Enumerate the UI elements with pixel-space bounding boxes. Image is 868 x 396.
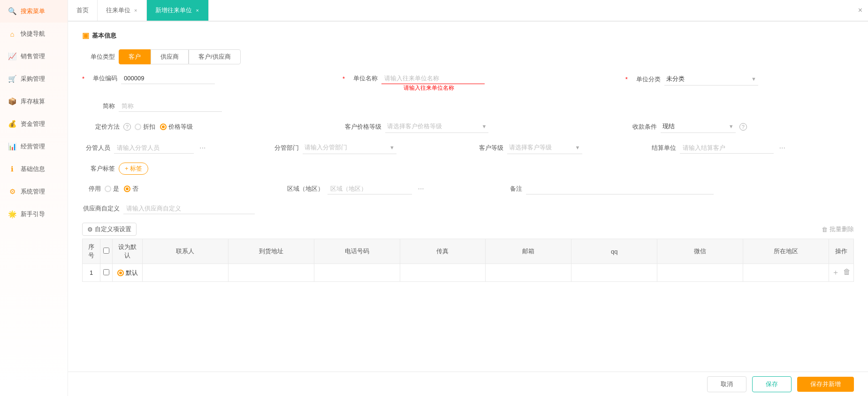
cell-action: ＋ 🗑 <box>829 264 853 282</box>
cell-fax[interactable] <box>400 264 486 282</box>
tab-new-partner[interactable]: 新增往来单位 × <box>147 0 208 21</box>
code-required: * <box>82 75 84 82</box>
customer-price-select[interactable]: 请选择客户价格等级 ▼ <box>385 120 488 133</box>
supplier-custom-input[interactable] <box>123 203 255 214</box>
qq-input[interactable] <box>574 267 654 278</box>
unit-name-input[interactable] <box>381 73 485 84</box>
short-name-input[interactable] <box>119 101 222 112</box>
wechat-input[interactable] <box>660 267 740 278</box>
col-default: 设为默认 <box>113 239 143 264</box>
disabled-radio-group: 是 否 <box>105 185 138 193</box>
cell-phone[interactable] <box>314 264 400 282</box>
address-input[interactable] <box>231 267 311 278</box>
sidebar-item-operation[interactable]: 📊 经营管理 <box>0 135 68 158</box>
settlement-unit-input[interactable] <box>680 142 774 154</box>
operation-icon: 📊 <box>8 142 17 151</box>
custom-settings-button[interactable]: ⚙ 自定义项设置 <box>82 223 137 236</box>
sidebar-item-finance[interactable]: 💰 资金管理 <box>0 113 68 135</box>
cell-contact[interactable] <box>142 264 228 282</box>
sidebar-label-finance: 资金管理 <box>21 120 45 128</box>
region-input[interactable] <box>327 183 412 194</box>
tab-home[interactable]: 首页 <box>68 0 98 21</box>
cell-qq[interactable] <box>571 264 657 282</box>
fax-input[interactable] <box>403 267 483 278</box>
cell-address[interactable] <box>228 264 314 282</box>
close-all-tabs[interactable]: × <box>853 0 868 21</box>
save-button[interactable]: 保存 <box>752 376 792 392</box>
category-required: * <box>625 76 628 83</box>
pricing-help-icon[interactable]: ? <box>123 123 131 131</box>
unit-type-supplier[interactable]: 供应商 <box>151 49 189 64</box>
col-email: 邮箱 <box>486 239 571 264</box>
tab-partner[interactable]: 往来单位 × <box>98 0 147 21</box>
cell-wechat[interactable] <box>657 264 743 282</box>
add-row-btn[interactable]: ＋ <box>832 268 839 278</box>
tab-partner-close[interactable]: × <box>133 7 138 14</box>
sidebar-item-nav[interactable]: ⌂ 快捷导航 <box>0 23 68 45</box>
bulk-delete-button[interactable]: 🗑 批量删除 <box>822 225 854 233</box>
customer-level-select[interactable]: 请选择客户等级 ▼ <box>507 141 582 154</box>
customer-price-label: 客户价格等级 <box>344 123 381 131</box>
default-radio[interactable] <box>117 270 124 276</box>
sidebar-item-purchase[interactable]: 🛒 采购管理 <box>0 68 68 90</box>
unit-type-customer[interactable]: 客户 <box>119 49 151 64</box>
disabled-option-yes: 是 <box>113 185 119 193</box>
sidebar-label-sales: 销售管理 <box>21 52 45 61</box>
tag-btn-label: + 标签 <box>125 164 142 173</box>
unit-type-both[interactable]: 客户/供应商 <box>189 49 241 64</box>
select-all-checkbox[interactable] <box>103 248 109 254</box>
unit-code-input[interactable] <box>121 73 215 84</box>
manager-input[interactable] <box>114 142 194 154</box>
search-icon: 🔍 <box>8 7 17 16</box>
payment-help-icon[interactable]: ? <box>739 123 747 131</box>
region-more[interactable]: ··· <box>416 185 426 193</box>
row-region-input[interactable] <box>746 267 826 278</box>
supplier-custom-field: 供应商自定义 <box>82 203 854 214</box>
row-checkbox[interactable] <box>103 269 109 275</box>
unit-category-select[interactable]: 未分类 ▼ <box>664 73 758 85</box>
row-actions: ＋ 🗑 <box>832 268 851 278</box>
remark-label: 备注 <box>508 185 522 193</box>
pricing-radio-level[interactable]: 价格等级 <box>160 123 193 131</box>
tab-new-partner-close[interactable]: × <box>195 7 199 14</box>
remark-field: 备注 <box>508 183 854 194</box>
pricing-radio-discount[interactable]: 折扣 <box>135 123 155 131</box>
manager-more[interactable]: ··· <box>198 144 207 152</box>
contact-input[interactable] <box>145 267 225 278</box>
sidebar-item-search[interactable]: 🔍 搜索菜单 <box>0 0 68 23</box>
sidebar-item-guide[interactable]: 🌟 新手引导 <box>0 203 68 225</box>
save-add-button[interactable]: 保存并新增 <box>797 377 854 392</box>
settlement-more[interactable]: ··· <box>777 144 787 152</box>
email-input[interactable] <box>488 267 568 278</box>
disabled-field: 停用 是 否 <box>82 185 272 193</box>
default-label: 默认 <box>126 269 138 277</box>
cell-email[interactable] <box>486 264 571 282</box>
cancel-button[interactable]: 取消 <box>707 376 746 392</box>
disabled-radio-no[interactable]: 否 <box>124 185 138 193</box>
customer-level-chevron: ▼ <box>575 145 580 150</box>
pricing-field: 定价方法 ? 折扣 价格等级 <box>82 123 330 131</box>
sidebar-item-inventory[interactable]: 📦 库存核算 <box>0 90 68 113</box>
manager-field: 分管人员 ··· <box>82 142 257 154</box>
sidebar-label-search: 搜索菜单 <box>21 7 45 16</box>
delete-row-btn[interactable]: 🗑 <box>843 268 851 278</box>
manager-label: 分管人员 <box>82 144 110 152</box>
footer: 取消 保存 保存并新增 <box>68 372 868 396</box>
disabled-radio-yes[interactable]: 是 <box>105 185 119 193</box>
settings-icon: ⚙ <box>87 226 93 233</box>
sidebar-item-sales[interactable]: 📈 销售管理 <box>0 45 68 68</box>
sidebar-item-system[interactable]: ⚙ 系统管理 <box>0 180 68 203</box>
payment-terms-select[interactable]: 现结 ▼ <box>661 120 736 133</box>
radio-no-circle <box>124 186 130 192</box>
remark-input[interactable] <box>526 183 714 194</box>
add-tag-button[interactable]: + 标签 <box>119 163 148 175</box>
sidebar-item-basic[interactable]: ℹ 基础信息 <box>0 158 68 180</box>
dept-placeholder: 请输入分管部门 <box>305 143 388 152</box>
sidebar: 🔍 搜索菜单 ⌂ 快捷导航 📈 销售管理 🛒 采购管理 📦 库存核算 💰 资金管… <box>0 0 68 396</box>
dept-select[interactable]: 请输入分管部门 ▼ <box>303 141 396 154</box>
phone-input[interactable] <box>317 267 397 278</box>
cell-region[interactable] <box>743 264 829 282</box>
section-title-text: 基本信息 <box>92 31 116 40</box>
manager-row: 分管人员 ··· 分管部门 请输入分管部门 ▼ 客户等级 请选择客户等级 ▼ <box>82 141 854 154</box>
bulk-delete-icon: 🗑 <box>822 226 828 233</box>
